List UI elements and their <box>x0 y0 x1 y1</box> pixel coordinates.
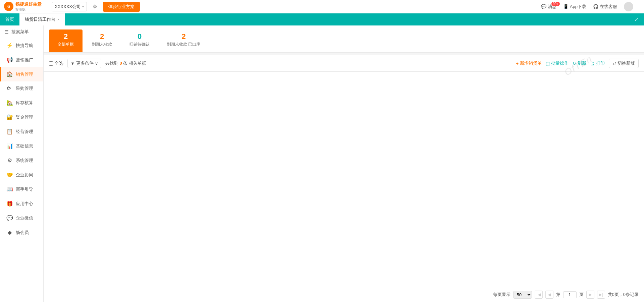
main-content: 2 全部单据 2 到期未收款 0 旺铺待确认 2 到期未收款 已出库 全选 <box>44 25 644 302</box>
sales-label: 销售管理 <box>16 71 33 77</box>
app-center-label: 应用中心 <box>16 201 33 207</box>
stat-all-count: 2 <box>64 32 68 41</box>
switch-icon: ⇄ <box>612 61 616 66</box>
sidebar-item-inventory[interactable]: 🏡 库存核算 <box>0 96 43 110</box>
sidebar-item-guide[interactable]: 📖 新手引导 <box>0 182 43 196</box>
messages-button[interactable]: 💬 消息 99+ <box>541 4 556 10</box>
logo-icon: 6 <box>4 2 13 11</box>
sidebar-item-cooperation[interactable]: 🤝 企业协同 <box>0 168 43 182</box>
tab-home[interactable]: 首页 <box>0 13 19 25</box>
per-page-select[interactable]: 50 100 <box>513 291 532 299</box>
message-icon: 💬 <box>541 4 546 9</box>
add-sales-order-button[interactable]: + 新增销货单 <box>516 60 542 66</box>
stat-tab-overdue[interactable]: 2 到期未收款 <box>84 29 120 52</box>
page-number-input[interactable] <box>563 291 577 298</box>
app-download-button[interactable]: 📱 App下载 <box>563 4 586 10</box>
inventory-icon: 🏡 <box>6 100 13 106</box>
settings-button[interactable]: ⚙ <box>90 2 100 11</box>
basic-info-label: 基础信息 <box>16 143 33 149</box>
home-tab-label: 首页 <box>5 16 14 22</box>
tab-qhrc[interactable]: 钱货日清工作台 × <box>19 13 65 25</box>
basic-info-icon: 📊 <box>6 143 13 149</box>
last-page-button[interactable]: ▶| <box>597 291 605 299</box>
stat-overdue-shipped-label: 到期未收款 已出库 <box>167 42 200 47</box>
sidebar-item-member[interactable]: ◆ 畅会员 <box>0 225 43 240</box>
search-label: 搜索菜单 <box>11 29 29 35</box>
batch-icon: ⬚ <box>546 61 550 66</box>
finance-icon: 🔐 <box>6 114 13 120</box>
next-page-button[interactable]: ▶ <box>586 291 594 299</box>
first-page-button[interactable]: |◀ <box>535 291 543 299</box>
refresh-button[interactable]: ↻ 刷新 <box>573 60 586 66</box>
per-page-label: 每页显示 <box>493 292 511 298</box>
top-bar-left: 6 畅捷通好生意 标准版 XXXXXX公司 ▾ ⚙ 体验行业方案 <box>4 2 140 12</box>
sidebar-item-marketing[interactable]: 📢 营销推广 <box>0 53 43 67</box>
sidebar-item-wechat[interactable]: 💬 企业微信 <box>0 211 43 225</box>
sidebar-search[interactable]: ☰ 搜索菜单 <box>0 25 43 38</box>
select-all-checkbox[interactable] <box>49 61 53 66</box>
purchase-label: 采购管理 <box>16 85 33 92</box>
headset-icon: 🎧 <box>593 4 598 9</box>
add-icon: + <box>516 61 519 66</box>
minimize-tab-button[interactable]: — <box>620 15 629 24</box>
cooperation-label: 企业协同 <box>16 172 33 178</box>
top-bar: 6 畅捷通好生意 标准版 XXXXXX公司 ▾ ⚙ 体验行业方案 💬 消息 99… <box>0 0 644 13</box>
system-icon: ⚙ <box>6 157 13 164</box>
edition-label: 标准版 <box>15 7 42 11</box>
app-download-label: App下载 <box>570 4 586 10</box>
sidebar-item-purchase[interactable]: 🛍 采购管理 <box>0 81 43 96</box>
toolbar: 全选 ▼ 更多条件 ∨ 共找到 0 条 相关单据 + 新增销货单 ⬚ <box>44 55 644 72</box>
stat-tab-overdue-shipped[interactable]: 2 到期未收款 已出库 <box>159 29 208 52</box>
print-label: 打印 <box>596 60 605 66</box>
company-selector[interactable]: XXXXXX公司 ▾ <box>52 2 87 11</box>
content-area <box>44 72 644 287</box>
system-label: 系统管理 <box>16 158 33 164</box>
print-button[interactable]: 🖨 打印 <box>590 60 605 66</box>
filter-icon: ▼ <box>70 61 75 66</box>
top-bar-right: 💬 消息 99+ 📱 App下载 🎧 在线客服 <box>541 2 640 11</box>
marketing-icon: 📢 <box>6 57 13 63</box>
sidebar-item-basic-info[interactable]: 📊 基础信息 <box>0 139 43 153</box>
nav-tabs: 首页 钱货日清工作台 × — ⤢ <box>0 13 644 25</box>
sidebar-item-quick-nav[interactable]: ⚡ 快捷导航 <box>0 38 43 53</box>
member-label: 畅会员 <box>16 230 29 236</box>
brand-name: 畅捷通好生意 <box>15 2 42 7</box>
batch-operation-button[interactable]: ⬚ 批量操作 <box>546 60 569 66</box>
print-icon: 🖨 <box>590 61 595 66</box>
quick-nav-icon: ⚡ <box>6 42 13 49</box>
cooperation-icon: 🤝 <box>6 172 13 178</box>
prev-page-button[interactable]: ◀ <box>545 291 553 299</box>
sidebar: ☰ 搜索菜单 ⚡ 快捷导航 📢 营销推广 🏠 销售管理 🛍 采购管理 🏡 库存核… <box>0 25 44 302</box>
sidebar-item-system[interactable]: ⚙ 系统管理 <box>0 153 43 168</box>
filter-label: 更多条件 <box>76 60 94 66</box>
qhrc-tab-label: 钱货日清工作台 <box>25 16 55 22</box>
stat-pending-label: 旺铺待确认 <box>129 42 150 47</box>
select-all-area[interactable]: 全选 <box>49 60 63 66</box>
close-tab-icon[interactable]: × <box>57 17 59 21</box>
marketing-label: 营销推广 <box>16 57 33 63</box>
stat-overdue-label: 到期未收款 <box>92 42 112 47</box>
experience-button[interactable]: 体验行业方案 <box>103 2 140 12</box>
operations-label: 经营管理 <box>16 129 33 135</box>
avatar[interactable] <box>624 2 633 11</box>
filter-button[interactable]: ▼ 更多条件 ∨ <box>67 59 101 68</box>
purchase-icon: 🛍 <box>6 85 13 92</box>
sidebar-item-app-center[interactable]: 🎁 应用中心 <box>0 196 43 211</box>
stat-tab-pending[interactable]: 0 旺铺待确认 <box>121 29 158 52</box>
sidebar-item-operations[interactable]: 📋 经营管理 <box>0 124 43 139</box>
guide-icon: 📖 <box>6 186 13 192</box>
wechat-icon: 💬 <box>6 215 13 221</box>
stat-tab-all[interactable]: 2 全部单据 <box>49 29 83 52</box>
logo-text: 畅捷通好生意 标准版 <box>15 2 42 12</box>
result-count: 0 <box>120 61 122 66</box>
expand-tab-button[interactable]: ⤢ <box>632 15 641 24</box>
switch-version-button[interactable]: ⇄ 切换新版 <box>609 59 639 68</box>
sidebar-item-sales[interactable]: 🏠 销售管理 <box>0 67 43 81</box>
sidebar-item-finance[interactable]: 🔐 资金管理 <box>0 110 43 124</box>
search-icon: ☰ <box>5 29 9 35</box>
select-all-label: 全选 <box>55 60 63 66</box>
result-unit: 条 <box>123 61 127 66</box>
online-service-button[interactable]: 🎧 在线客服 <box>593 4 617 10</box>
finance-label: 资金管理 <box>16 114 33 120</box>
operations-icon: 📋 <box>6 128 13 135</box>
